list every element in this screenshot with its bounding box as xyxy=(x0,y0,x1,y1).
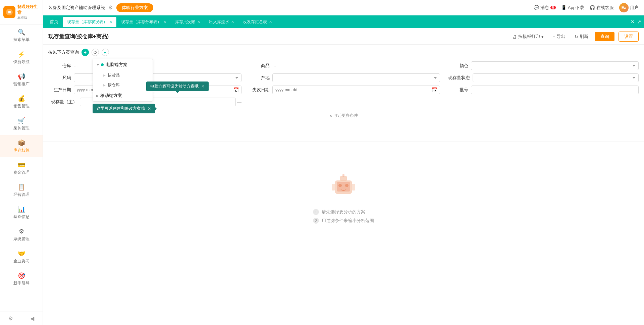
sidebar-item-finance[interactable]: 💳 资金管理 xyxy=(0,157,43,179)
trial-btn[interactable]: 体验行业方案 xyxy=(116,3,153,12)
sidebar-item-purchase[interactable]: 🛒 采购管理 xyxy=(0,113,43,135)
tab-receive-summary[interactable]: 收发存汇总表 ✕ xyxy=(239,17,276,27)
scheme-item-huopin[interactable]: ▶ 按货品 xyxy=(100,70,153,80)
tip-item-1: 1 请先选择要分析的方案 xyxy=(313,209,374,215)
filter-row-batch-no: 批号 xyxy=(448,86,639,94)
collapse-btn[interactable]: ∧ 收起更多条件 xyxy=(329,113,358,118)
system-icon: ⚙ xyxy=(19,228,24,235)
tab-close-inventory-dist[interactable]: ✕ xyxy=(163,20,166,24)
quick-nav-icon: ⚡ xyxy=(18,51,25,58)
origin-label: 产地 xyxy=(250,75,270,81)
svg-point-1 xyxy=(8,11,10,13)
svg-rect-9 xyxy=(352,184,355,191)
stock-qty-label: 现存量（主） xyxy=(51,99,77,105)
topbar-right: 💬 消息 6 📱 App下载 🎧 在线客服 Ea 用户 xyxy=(534,3,639,12)
message-btn[interactable]: 💬 消息 6 xyxy=(534,5,556,11)
filter-row-origin: 产地 xyxy=(250,73,440,82)
logo-text: 畅通好好生意 标准版 xyxy=(17,4,39,20)
basics-icon: 📊 xyxy=(18,206,25,213)
export-btn[interactable]: ↑ 导出 xyxy=(550,32,568,41)
topbar-settings-icon[interactable]: ⚙ xyxy=(108,4,113,11)
svg-rect-7 xyxy=(342,174,344,177)
refresh-scheme-btn[interactable]: ↺ xyxy=(92,49,99,56)
tab-close-receive-summary[interactable]: ✕ xyxy=(269,20,272,24)
refresh-icon: ↻ xyxy=(575,34,578,39)
page-container: 现存量查询(按仓库+商品) 🖨 按模板打印 ▾ ↑ 导出 ↻ 刷新 xyxy=(43,28,644,325)
avatar: Ea xyxy=(619,3,629,12)
tabbar-right-actions: ✕ ⤢ xyxy=(631,19,641,24)
back-scheme-btn[interactable]: « xyxy=(102,49,109,56)
tab-inventory-status[interactable]: 现存量（库存状况表） ✕ xyxy=(63,17,116,27)
sidebar-item-operations[interactable]: 📋 经营管理 xyxy=(0,179,43,202)
sidebar-collapse-btn[interactable]: ◀ xyxy=(30,315,34,322)
scheme-item-cangku[interactable]: ▶ 按仓库 xyxy=(100,80,153,90)
batch-no-label: 批号 xyxy=(448,87,468,93)
sidebar-item-inventory[interactable]: 📦 库存核算 xyxy=(0,135,43,157)
scheme-tree-desktop-sub: ▶ 按货品 ▶ 按仓库 xyxy=(93,70,153,90)
print-icon: 🖨 xyxy=(513,34,517,39)
stock-status-select[interactable] xyxy=(473,73,639,82)
empty-tips: 1 请先选择要分析的方案 2 用过滤条件来缩小分析范围 xyxy=(313,209,374,226)
search-btn[interactable]: 查询 xyxy=(595,32,614,41)
purchase-icon: 🛒 xyxy=(18,117,25,124)
tab-inout-flow[interactable]: 出入库流水 ✕ xyxy=(205,17,238,27)
tab-inventory-dist[interactable]: 现存量（库存分布表） ✕ xyxy=(117,17,170,27)
logo-icon xyxy=(3,6,15,18)
tab-close-batch-ledger[interactable]: ✕ xyxy=(197,20,200,24)
goods-label: 商品 xyxy=(250,63,270,69)
sidebar-item-search-menu[interactable]: 🔍 搜索菜单 xyxy=(0,24,43,47)
tab-home[interactable]: 首页 xyxy=(46,19,62,25)
inventory-icon: 📦 xyxy=(18,139,25,147)
filter-row-color: 颜色 xyxy=(448,61,639,70)
app-download-btn[interactable]: 📱 App下载 xyxy=(561,5,584,11)
operations-icon: 📋 xyxy=(18,183,25,191)
origin-select[interactable] xyxy=(272,73,440,82)
sidebar-item-quick-nav[interactable]: ⚡ 快捷导航 xyxy=(0,47,43,69)
scheme-tree: ▼ 电脑端方案 ▶ 按货品 ▶ 按仓库 xyxy=(93,59,153,102)
support-btn[interactable]: 🎧 在线客服 xyxy=(590,5,614,11)
tab-close-all-icon[interactable]: ✕ xyxy=(631,19,635,24)
tab-close-inout-flow[interactable]: ✕ xyxy=(231,20,234,24)
tab-close-inventory-status[interactable]: ✕ xyxy=(109,20,112,24)
sidebar-item-basics[interactable]: 📊 基础信息 xyxy=(0,202,43,224)
color-select[interactable] xyxy=(471,61,639,70)
tooltip1-close-btn[interactable]: ✕ xyxy=(201,84,205,89)
filter-row-goods: 商品 ··· xyxy=(250,61,440,70)
settings-btn[interactable]: 设置 xyxy=(619,32,639,42)
topbar-left: 装备及固定资产辅助管理系统 ⚙ 体验行业方案 xyxy=(48,3,153,12)
marketing-icon: 📢 xyxy=(18,73,25,80)
message-icon: 💬 xyxy=(534,5,539,10)
sidebar: 畅通好好生意 标准版 🔍 搜索菜单 ⚡ 快捷导航 📢 营销推广 💰 销售管理 🛒… xyxy=(0,0,43,325)
desktop-scheme-dot xyxy=(101,63,104,66)
user-btn[interactable]: Ea 用户 xyxy=(619,3,639,12)
empty-state: 1 请先选择要分析的方案 2 用过滤条件来缩小分析范围 xyxy=(43,142,644,253)
mobile-tree-arrow-icon: ▶ xyxy=(96,94,99,98)
tip-num-1: 1 xyxy=(313,209,319,215)
sidebar-item-guide[interactable]: 🎯 新手引导 xyxy=(0,268,43,290)
sidebar-bottom: ⚙ ◀ xyxy=(0,312,43,325)
tab-expand-icon[interactable]: ⤢ xyxy=(637,19,641,24)
tooltip2-close-btn[interactable]: ✕ xyxy=(148,106,151,111)
sidebar-item-enterprise[interactable]: 🤝 企业协同 xyxy=(0,246,43,268)
sidebar-nav: 🔍 搜索菜单 ⚡ 快捷导航 📢 营销推广 💰 销售管理 🛒 采购管理 📦 库存核… xyxy=(0,24,43,312)
expire-date-input[interactable] xyxy=(272,86,440,94)
refresh-btn[interactable]: ↻ 刷新 xyxy=(572,32,591,41)
sidebar-item-system[interactable]: ⚙ 系统管理 xyxy=(0,224,43,246)
sidebar-item-marketing[interactable]: 📢 营销推广 xyxy=(0,69,43,91)
empty-illustration xyxy=(327,169,360,202)
page-actions: 🖨 按模板打印 ▾ ↑ 导出 ↻ 刷新 查询 设置 xyxy=(510,32,639,42)
tip-item-2: 2 用过滤条件来缩小分析范围 xyxy=(313,218,374,224)
batch-no-input[interactable] xyxy=(471,86,639,94)
sidebar-settings-btn[interactable]: ⚙ xyxy=(8,315,13,322)
scheme-tree-desktop[interactable]: ▼ 电脑端方案 xyxy=(93,59,153,70)
content-area: 现存量查询(按仓库+商品) 🖨 按模板打印 ▾ ↑ 导出 ↻ 刷新 xyxy=(43,28,644,325)
tabbar: 首页 现存量（库存状况表） ✕ 现存量（库存分布表） ✕ 库存批次账 ✕ 出入库… xyxy=(43,15,644,28)
scheme-tree-mobile[interactable]: ▶ 移动端方案 xyxy=(93,90,153,101)
print-dropdown-icon: ▾ xyxy=(541,34,544,39)
sidebar-item-sales[interactable]: 💰 销售管理 xyxy=(0,91,43,113)
tab-batch-ledger[interactable]: 库存批次账 ✕ xyxy=(171,17,204,27)
sidebar-logo: 畅通好好生意 标准版 xyxy=(0,0,43,24)
print-btn[interactable]: 🖨 按模板打印 ▾ xyxy=(510,32,546,41)
size-label: 尺码 xyxy=(51,75,71,81)
add-scheme-btn[interactable]: + xyxy=(82,49,89,56)
